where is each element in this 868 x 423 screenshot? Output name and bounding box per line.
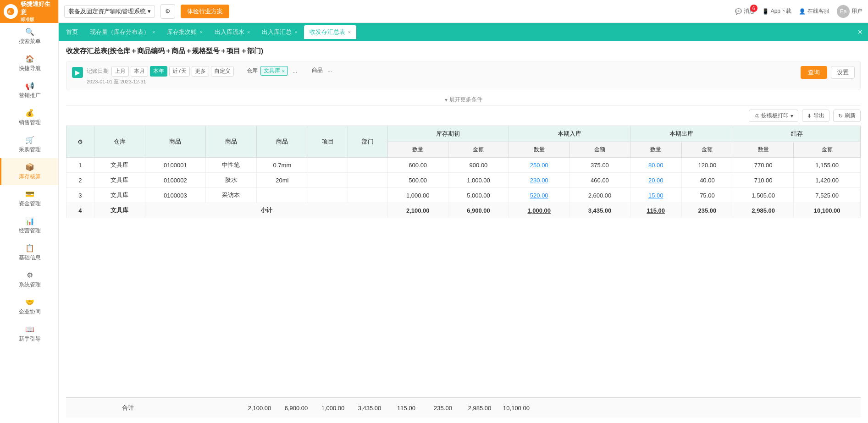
data-table-wrap: ⚙ 仓库 商品 商品 商品 项目 部门 库存期初 本期入库 本期出库 结存: [66, 126, 861, 397]
inventory-icon: 📦: [25, 163, 34, 171]
warehouse-more-button[interactable]: ...: [291, 67, 299, 75]
filter-action-buttons: 查询 设置: [801, 66, 855, 79]
tab-in-out-flow[interactable]: 出入库流水 ×: [209, 25, 255, 39]
sidebar-item-sales[interactable]: 💰 销售管理: [0, 104, 58, 131]
tab-close-inventory-dist[interactable]: ×: [152, 30, 155, 35]
base-info-icon: 📋: [25, 244, 34, 253]
sidebar-item-inventory[interactable]: 📦 库存核算: [0, 158, 58, 185]
date-this-month-btn[interactable]: 本月: [131, 66, 148, 77]
notifications-badge: 6: [750, 5, 757, 12]
export-button[interactable]: ⬇ 导出: [802, 110, 829, 122]
tab-close-in-out-summary[interactable]: ×: [294, 30, 297, 35]
search-icon: 🔍: [25, 27, 34, 36]
subtotal-in-amt: 3,435.00: [569, 203, 630, 218]
row-in-qty[interactable]: 230.00: [509, 173, 569, 188]
home-icon: 🏠: [25, 55, 34, 63]
close-all-tabs-button[interactable]: ×: [854, 27, 866, 37]
tab-batch[interactable]: 库存批次账 ×: [161, 25, 208, 39]
sidebar-item-operations[interactable]: 📊 经营管理: [0, 212, 58, 239]
footer-open-qty: 2,100.00: [241, 402, 278, 414]
footer-open-amt: 6,900.00: [278, 402, 315, 414]
refresh-button[interactable]: ↻ 刷新: [833, 110, 861, 122]
filter-bar: ▶ 记账日期 上月 本月 本年 近7天 更多 自定义 2023-01-01: [66, 61, 861, 90]
tab-in-out-summary[interactable]: 出入库汇总 ×: [256, 25, 303, 39]
date-this-year-btn[interactable]: 本年: [150, 66, 167, 77]
subtotal-bal-amt: 10,100.00: [794, 203, 861, 218]
filter-expand-button[interactable]: ▶: [72, 67, 83, 78]
logo-text: 畅捷通好生意 标准版: [21, 0, 55, 23]
row-out-amt: 40.00: [681, 173, 733, 188]
user-menu-button[interactable]: Ea 用户: [837, 5, 862, 18]
date-last-month-btn[interactable]: 上月: [111, 66, 129, 77]
sidebar-item-base-info[interactable]: 📋 基础信息: [0, 239, 58, 266]
sidebar-item-purchase[interactable]: 🛒 采购管理: [0, 131, 58, 158]
query-button[interactable]: 查询: [801, 66, 827, 79]
row-goods-code: 0100002: [145, 173, 205, 188]
date-more-btn[interactable]: 更多: [192, 66, 209, 77]
sub-out-qty: 数量: [630, 142, 681, 158]
refresh-icon: ↻: [838, 113, 843, 119]
date-custom-btn[interactable]: 自定义: [211, 66, 234, 77]
system-select[interactable]: 装备及固定资产辅助管理系统 ▾: [64, 5, 155, 18]
tab-close-in-out-flow[interactable]: ×: [247, 30, 250, 35]
date-last-7days-btn[interactable]: 近7天: [169, 66, 190, 77]
row-open-qty: 600.00: [387, 158, 448, 173]
row-in-amt: 2,600.00: [569, 188, 630, 203]
goods-more-button[interactable]: ...: [326, 66, 334, 74]
print-button[interactable]: 🖨 按模板打印 ▾: [749, 110, 798, 122]
warehouse-tag-close-icon[interactable]: ×: [282, 68, 285, 74]
row-dept: [348, 158, 387, 173]
logo-icon: 6: [4, 4, 18, 19]
row-index: 2: [66, 173, 94, 188]
row-out-qty[interactable]: 80.00: [630, 158, 681, 173]
row-in-qty[interactable]: 520.00: [509, 188, 569, 203]
row-index: 1: [66, 158, 94, 173]
tab-close-recv-send-summary[interactable]: ×: [348, 30, 351, 35]
trial-button[interactable]: 体验行业方案: [181, 5, 229, 18]
sidebar-item-system[interactable]: ⚙ 系统管理: [0, 266, 58, 293]
filter-settings-button[interactable]: 设置: [831, 66, 855, 79]
goods-filter-label: 商品: [312, 66, 323, 74]
row-out-qty[interactable]: 20.00: [630, 173, 681, 188]
row-open-amt: 1,000.00: [448, 173, 509, 188]
online-service-button[interactable]: 👤 在线客服: [799, 7, 829, 15]
expand-more-button[interactable]: ▾ 展开更多条件: [445, 96, 482, 104]
row-out-qty[interactable]: 15.00: [630, 188, 681, 203]
table-toolbar: 🖨 按模板打印 ▾ ⬇ 导出 ↻ 刷新: [66, 110, 861, 122]
sidebar-item-finance[interactable]: 💳 资金管理: [0, 185, 58, 212]
row-in-qty[interactable]: 250.00: [509, 158, 569, 173]
sub-bal-amt: 金额: [794, 142, 861, 158]
svg-text:6: 6: [8, 10, 11, 14]
sidebar-item-quick-nav[interactable]: 🏠 快捷导航: [0, 50, 58, 77]
sidebar-item-marketing[interactable]: 📢 营销推广: [0, 77, 58, 104]
row-open-amt: 900.00: [448, 158, 509, 173]
row-bal-amt: 1,420.00: [794, 173, 861, 188]
row-index: 3: [66, 188, 94, 203]
col-project: 项目: [308, 126, 348, 158]
col-settings[interactable]: ⚙: [66, 126, 94, 158]
expand-more-row: ▾ 展开更多条件: [66, 94, 861, 106]
tab-close-batch[interactable]: ×: [199, 30, 202, 35]
app-download-button[interactable]: 📱 App下载: [762, 7, 791, 15]
sidebar-item-guide[interactable]: 📖 新手引导: [0, 320, 58, 347]
table-footer: 合计 2,100.00 6,900.00 1,000.00 3,435.00 1…: [66, 397, 861, 418]
notifications-button[interactable]: 💬 消息 6: [735, 7, 755, 15]
enterprise-icon: 🤝: [25, 298, 34, 307]
row-goods-spec: 0.7mm: [256, 158, 308, 173]
sidebar-item-enterprise[interactable]: 🤝 企业协同: [0, 293, 58, 320]
warehouse-filter-label: 仓库: [247, 67, 258, 75]
row-project: [308, 173, 348, 188]
row-bal-amt: 7,525.00: [794, 188, 861, 203]
sub-bal-qty: 数量: [733, 142, 794, 158]
footer-in-qty: 1,000.00: [315, 402, 351, 414]
tab-recv-send-summary[interactable]: 收发存汇总表 ×: [304, 25, 356, 39]
tab-home[interactable]: 首页: [61, 25, 83, 39]
chevron-down-icon-print: ▾: [791, 113, 793, 119]
footer-out-qty: 115.00: [388, 402, 425, 414]
finance-icon: 💳: [25, 190, 34, 198]
subtotal-open-amt: 6,900.00: [448, 203, 509, 218]
sidebar-item-search[interactable]: 🔍 搜索菜单: [0, 23, 58, 50]
settings-button[interactable]: ⚙: [160, 4, 175, 19]
tab-inventory-dist[interactable]: 现存量（库存分布表） ×: [84, 25, 160, 39]
row-out-amt: 120.00: [681, 158, 733, 173]
